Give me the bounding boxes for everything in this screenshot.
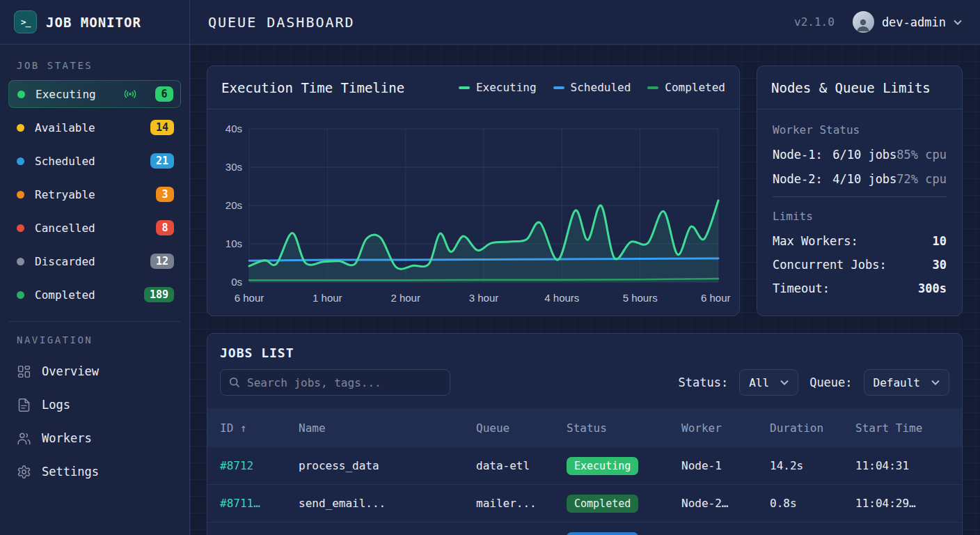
user-menu[interactable]: dev-admin [853, 11, 962, 33]
table-row[interactable]: #8712process_datadata-etlExecutingNode-1… [207, 447, 962, 485]
search-input[interactable] [247, 376, 441, 389]
sidebar-item-available[interactable]: Available14 [8, 114, 181, 141]
svg-text:3 hour: 3 hour [469, 292, 499, 304]
table-row[interactable]: #8711…send_email...mailer...CompletedNod… [207, 485, 962, 522]
app-title: JOB MONITOR [46, 15, 141, 30]
chevron-down-icon [954, 20, 962, 25]
state-label: Discarded [35, 255, 95, 268]
svg-text:6 hours: 6 hours [701, 292, 731, 304]
column-header-status[interactable]: Status [567, 421, 681, 435]
state-dot-icon [17, 258, 24, 265]
worker-status-heading: Worker Status [773, 123, 947, 137]
svg-text:40s: 40s [226, 123, 242, 134]
node-status-row: Node-2: 4/10 jobs 72% cpu [773, 172, 947, 186]
sidebar-item-executing[interactable]: Executing6 [8, 80, 181, 108]
limit-label: Concurrent Jobs: [773, 258, 887, 272]
table-row[interactable]: #8710process_datamailerScheduledNode-10.… [207, 522, 962, 535]
state-count-badge: 6 [155, 86, 173, 102]
page-title: QUEUE DASHBOARD [208, 14, 355, 31]
queue-filter-label: Queue: [809, 375, 852, 389]
cell-queue: data-etl [476, 459, 567, 472]
node-jobs: 4/10 jobs [832, 172, 896, 186]
svg-text:5 hours: 5 hours [623, 292, 658, 304]
sidebar-item-scheduled[interactable]: Scheduled21 [8, 147, 181, 175]
timeline-chart: 0s10s20s30s40s6 hour1 hour2 hour3 hour4 … [207, 109, 739, 318]
cell-id: #8711… [220, 497, 299, 510]
state-count-badge: 14 [150, 120, 174, 135]
legend-item-completed[interactable]: Completed [647, 81, 725, 94]
state-dot-icon [17, 224, 24, 232]
cell-worker: Node-2… [681, 497, 770, 510]
version-label: v2.1.0 [794, 15, 835, 29]
cell-duration: 0.8s [770, 497, 855, 510]
cell-name: process_data [299, 459, 476, 472]
sidebar-item-workers[interactable]: Workers [8, 421, 181, 455]
chevron-down-icon [931, 380, 940, 385]
legend-label: Scheduled [571, 81, 631, 94]
legend-dash-icon [647, 86, 658, 89]
status-badge: Executing [567, 457, 638, 475]
state-dot-icon [17, 124, 24, 132]
column-header-queue[interactable]: Queue [476, 421, 567, 435]
state-label: Completed [35, 288, 95, 302]
limit-value: 300s [918, 281, 947, 295]
limit-label: Timeout: [773, 281, 830, 295]
node-status-row: Node-1: 6/10 jobs 85% cpu [773, 148, 947, 162]
sidebar-item-settings[interactable]: Settings [8, 455, 181, 488]
nav-label: Logs [42, 398, 70, 412]
navigation-heading: NAVIGATION [8, 334, 181, 346]
queue-filter-select[interactable]: Default [864, 369, 949, 396]
state-dot-icon [17, 291, 24, 299]
state-count-badge: 3 [156, 187, 174, 202]
limit-row: Max Workers: 10 [773, 234, 947, 248]
legend-item-scheduled[interactable]: Scheduled [553, 81, 631, 94]
limit-label: Max Workers: [773, 234, 858, 248]
legend-dash-icon [553, 86, 564, 89]
cell-worker: Node-1 [681, 459, 770, 472]
limit-value: 10 [933, 234, 947, 248]
node-cpu: 85% cpu [896, 148, 947, 162]
divider [773, 196, 947, 197]
nodes-limits-card: Nodes & Queue Limits Worker Status Node-… [757, 65, 963, 316]
grid-icon [17, 364, 31, 379]
sidebar-item-completed[interactable]: Completed189 [8, 281, 181, 309]
column-header-starttime[interactable]: Start Time [855, 421, 962, 435]
chart-legend: ExecutingScheduledCompleted [459, 81, 725, 94]
nav-label: Overview [42, 364, 99, 378]
cell-start: 11:04:31 [855, 459, 962, 472]
node-name: Node-1: [773, 148, 832, 162]
status-filter-select[interactable]: All [739, 369, 798, 396]
sidebar-item-retryable[interactable]: Retryable3 [8, 180, 181, 208]
limit-row: Concurrent Jobs: 30 [773, 258, 947, 272]
sidebar-item-cancelled[interactable]: Cancelled8 [8, 214, 181, 242]
gear-icon [17, 465, 31, 479]
live-broadcast-icon [121, 89, 139, 99]
navigation-section: NAVIGATION OverviewLogsWorkersSettings [8, 321, 181, 488]
terminal-logo-icon: >_ [14, 10, 37, 33]
limits-heading: Limits [773, 210, 947, 223]
column-header-worker[interactable]: Worker [681, 421, 770, 435]
state-label: Executing [35, 88, 96, 101]
sidebar-item-discarded[interactable]: Discarded12 [8, 247, 181, 275]
status-badge: Scheduled [567, 532, 638, 535]
sidebar-item-logs[interactable]: Logs [8, 388, 181, 421]
cell-queue: mailer... [476, 497, 567, 510]
column-header-name[interactable]: Name [299, 421, 476, 435]
people-icon [17, 431, 31, 446]
sidebar-item-overview[interactable]: Overview [8, 355, 181, 388]
column-header-id[interactable]: ID ↑ [220, 421, 299, 435]
jobs-search [220, 369, 450, 396]
legend-label: Completed [665, 81, 725, 94]
job-states-heading: JOB STATES [8, 60, 181, 71]
state-label: Available [35, 121, 95, 134]
jobs-list-card: JOBS LIST Status: All Queue: Default [207, 333, 963, 535]
status-badge: Completed [567, 495, 638, 513]
state-count-badge: 12 [150, 254, 174, 269]
cell-status: Completed [567, 495, 681, 513]
header-brand: >_ JOB MONITOR [0, 0, 190, 45]
search-icon [229, 377, 240, 388]
nodes-card-title: Nodes & Queue Limits [771, 80, 931, 95]
column-header-duration[interactable]: Duration [770, 421, 855, 435]
legend-item-executing[interactable]: Executing [459, 81, 537, 94]
state-count-badge: 189 [144, 287, 174, 302]
